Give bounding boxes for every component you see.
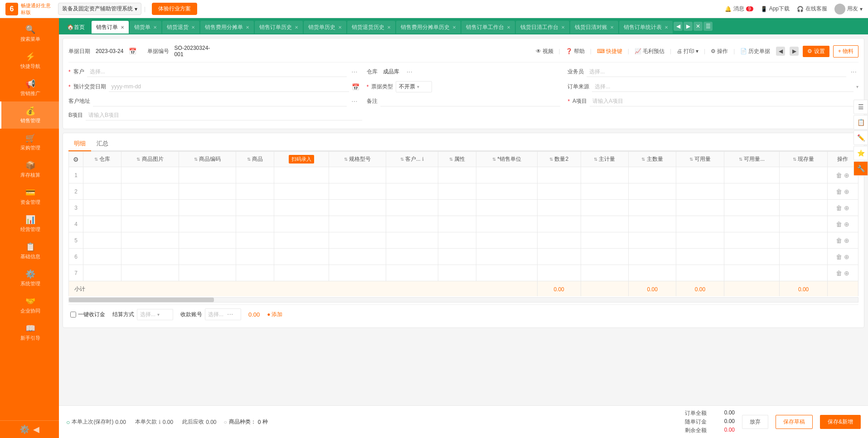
horizontal-scrollbar[interactable] bbox=[68, 297, 858, 303]
save-new-button[interactable]: 保存&新增 bbox=[820, 415, 861, 429]
sidebar-item-search[interactable]: 🔍 搜索菜单 bbox=[0, 20, 59, 47]
tab-close-icon[interactable]: ✕ bbox=[246, 25, 249, 30]
delete-row-icon[interactable]: 🗑 bbox=[836, 172, 842, 179]
tab-close-icon[interactable]: ✕ bbox=[191, 25, 195, 30]
address-more-icon[interactable]: ··· bbox=[349, 97, 359, 106]
save-draft-button[interactable]: 保存草稿 bbox=[776, 415, 813, 429]
tab-daily-reconcile[interactable]: 钱货日清对账 ✕ bbox=[570, 21, 618, 34]
tab-expense-history[interactable]: 销售费用分摊单历史 ✕ bbox=[396, 21, 461, 34]
sidebar-item-guide[interactable]: 📖 新手引导 bbox=[0, 319, 59, 346]
profit-btn[interactable]: 📈 毛利预估 bbox=[633, 47, 666, 56]
sidebar-item-cooperation[interactable]: 🤝 企业协同 bbox=[0, 292, 59, 319]
tab-close-icon[interactable]: ✕ bbox=[338, 25, 342, 30]
tab-close-icon[interactable]: ✕ bbox=[452, 25, 456, 30]
float-btn-5[interactable]: 🔧 bbox=[853, 161, 868, 176]
customer-more-icon[interactable]: ··· bbox=[349, 68, 359, 76]
tab-next-btn[interactable]: ▶ bbox=[684, 22, 693, 31]
tab-close-icon[interactable]: ✕ bbox=[610, 25, 614, 30]
add-button[interactable]: ● 添加 bbox=[267, 311, 282, 318]
discard-button[interactable]: 放弃 bbox=[742, 415, 768, 429]
sidebar-item-finance[interactable]: 💳 资金管理 bbox=[0, 183, 59, 210]
float-btn-2[interactable]: 📋 bbox=[853, 115, 868, 130]
operation-btn[interactable]: ⚙ 操作 bbox=[709, 47, 730, 56]
module-selector[interactable]: 装备及固定资产辅助管理系统 ▾ bbox=[58, 3, 141, 15]
tab-close-icon[interactable]: ✕ bbox=[561, 25, 565, 30]
add-material-button[interactable]: + 物料 bbox=[833, 45, 858, 58]
sidebar-item-system[interactable]: ⚙️ 系统管理 bbox=[0, 265, 59, 292]
sidebar-item-management[interactable]: 📊 经营管理 bbox=[0, 210, 59, 237]
tab-sales-order[interactable]: 销售订单 ✕ bbox=[92, 21, 129, 34]
tab-close-icon[interactable]: ✕ bbox=[507, 25, 510, 30]
calendar-icon[interactable]: 📅 bbox=[129, 48, 136, 55]
tab-sales-expense[interactable]: 销售费用分摊单 ✕ bbox=[200, 21, 254, 34]
delete-row-icon[interactable]: 🗑 bbox=[836, 188, 842, 195]
scroll-thumb[interactable] bbox=[69, 298, 214, 302]
warehouse-more-icon[interactable]: ··· bbox=[405, 68, 414, 76]
copy-row-icon[interactable]: ⊕ bbox=[844, 204, 849, 212]
copy-row-icon[interactable]: ⊕ bbox=[844, 270, 849, 277]
bank-select[interactable]: 选择... ··· bbox=[205, 308, 241, 320]
tab-return-history[interactable]: 销货退货历史 ✕ bbox=[347, 21, 395, 34]
copy-row-icon[interactable]: ⊕ bbox=[844, 237, 849, 244]
th-settings[interactable]: ⚙ bbox=[69, 152, 83, 167]
payment-select[interactable]: 选择... ▾ bbox=[137, 309, 173, 320]
tab-close-icon[interactable]: ✕ bbox=[121, 25, 124, 30]
detail-tab-summary[interactable]: 汇总 bbox=[91, 137, 114, 151]
set-button[interactable]: ⚙ 设置 bbox=[803, 46, 829, 57]
sidebar-item-basic[interactable]: 📋 基础信息 bbox=[0, 237, 59, 265]
tab-close-icon[interactable]: ✕ bbox=[295, 25, 298, 30]
delete-row-icon[interactable]: 🗑 bbox=[836, 221, 842, 228]
notification-btn[interactable]: 🔔 消息 9 bbox=[725, 5, 753, 13]
tab-close-icon[interactable]: ✕ bbox=[153, 25, 157, 30]
delete-row-icon[interactable]: 🗑 bbox=[836, 253, 842, 260]
next-record-btn[interactable]: ▶ bbox=[790, 47, 799, 56]
invoice-select[interactable]: 不开票 ▾ bbox=[396, 81, 432, 92]
history-btn[interactable]: 📄 历史单据 bbox=[738, 47, 772, 56]
delete-row-icon[interactable]: 🗑 bbox=[836, 237, 842, 244]
float-btn-1[interactable]: ☰ bbox=[853, 100, 868, 114]
copy-row-icon[interactable]: ⊕ bbox=[844, 172, 849, 179]
staff-input[interactable] bbox=[587, 67, 846, 77]
tab-close-icon[interactable]: ✕ bbox=[664, 25, 668, 30]
b-project-input[interactable] bbox=[86, 110, 362, 120]
sidebar-item-sales[interactable]: 💰 销售管理 bbox=[0, 101, 59, 129]
user-menu[interactable]: 用友 ▾ bbox=[834, 4, 863, 14]
float-btn-3[interactable]: ✏️ bbox=[853, 130, 868, 145]
tab-menu-btn[interactable]: ☰ bbox=[703, 22, 713, 31]
shortcut-btn[interactable]: ⌨ 快捷键 bbox=[595, 47, 624, 56]
address-input[interactable] bbox=[93, 96, 347, 106]
delete-row-icon[interactable]: 🗑 bbox=[836, 204, 842, 212]
scan-btn[interactable]: 扫码录入 bbox=[289, 155, 314, 164]
app-download-btn[interactable]: 📱 App下载 bbox=[761, 5, 790, 13]
tab-prev-btn[interactable]: ◀ bbox=[674, 22, 683, 31]
tab-close-icon[interactable]: ✕ bbox=[387, 25, 391, 30]
tab-sales-order-history[interactable]: 销售订单历史 ✕ bbox=[255, 21, 303, 34]
settings-icon[interactable]: ⚙️ bbox=[19, 424, 29, 434]
sidebar-item-purchase[interactable]: 🛒 采购管理 bbox=[0, 129, 59, 156]
tab-sales-bill[interactable]: 销货单 ✕ bbox=[130, 21, 161, 34]
tab-sales-return[interactable]: 销货退货 ✕ bbox=[162, 21, 199, 34]
collapse-icon[interactable]: ◀ bbox=[33, 424, 39, 434]
bank-more-icon[interactable]: ··· bbox=[225, 310, 235, 318]
tab-sales-bill-history[interactable]: 销货单历史 ✕ bbox=[304, 21, 346, 34]
sidebar-item-marketing[interactable]: 📢 营销推广 bbox=[0, 74, 59, 101]
online-service-btn[interactable]: 🎧 在线客服 bbox=[797, 5, 827, 13]
tab-daily-workbench[interactable]: 钱货日清工作台 ✕ bbox=[516, 21, 569, 34]
settings-col-icon[interactable]: ⚙ bbox=[73, 156, 79, 163]
prev-record-btn[interactable]: ◀ bbox=[776, 47, 785, 56]
view-video-btn[interactable]: 👁 视频 bbox=[534, 47, 555, 56]
help-btn[interactable]: ❓ 帮助 bbox=[564, 47, 587, 56]
delivery-calendar-icon[interactable]: 📅 bbox=[352, 83, 359, 91]
copy-row-icon[interactable]: ⊕ bbox=[844, 253, 849, 260]
tab-close-all-btn[interactable]: ✕ bbox=[693, 22, 703, 31]
tab-order-workbench[interactable]: 销售订单工作台 ✕ bbox=[461, 21, 515, 34]
a-project-input[interactable] bbox=[590, 96, 858, 106]
sidebar-item-quick-nav[interactable]: ⚡ 快捷导航 bbox=[0, 47, 59, 74]
solution-button[interactable]: 体验行业方案 bbox=[152, 3, 197, 15]
copy-row-icon[interactable]: ⊕ bbox=[844, 188, 849, 195]
float-btn-4[interactable]: ⭐ bbox=[853, 146, 868, 160]
sidebar-item-inventory[interactable]: 📦 库存核算 bbox=[0, 156, 59, 183]
customer-input[interactable] bbox=[87, 67, 347, 77]
tab-home[interactable]: 🏠 首页 bbox=[62, 21, 90, 34]
order-source-input[interactable] bbox=[592, 82, 853, 92]
